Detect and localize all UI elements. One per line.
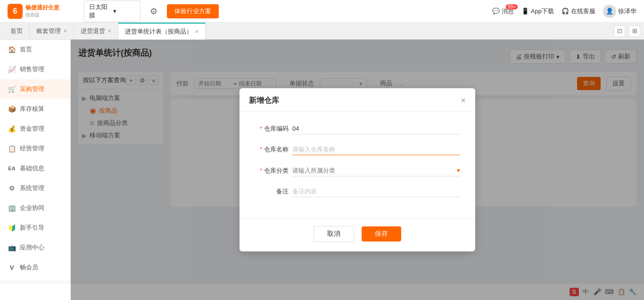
logo-text: 畅捷通好生意 情易版 — [25, 4, 59, 18]
warehouse-name-row: * 仓库名称 — [255, 144, 460, 155]
category-label: * 仓库分类 — [255, 167, 292, 175]
store-selector[interactable]: 日太阳膜 ▾ — [84, 0, 140, 22]
sidebar-item-finance[interactable]: 💰 资金管理 — [0, 119, 70, 139]
purchase-icon: 🛒 — [8, 85, 16, 93]
modal-close-button[interactable]: × — [461, 96, 466, 106]
warehouse-code-input[interactable] — [292, 123, 460, 134]
sidebar-item-guide[interactable]: 🔰 新手引导 — [0, 218, 70, 238]
sidebar: 🏠 首页 📈 销售管理 🛒 采购管理 📦 库存核算 💰 资金管理 📋 经营管理 … — [0, 40, 71, 300]
warehouse-code-row: * 仓库编码 — [255, 123, 460, 134]
main-layout: 🏠 首页 📈 销售管理 🛒 采购管理 📦 库存核算 💰 资金管理 📋 经营管理 … — [0, 40, 644, 300]
message-button[interactable]: 💬 消息 99+ — [492, 7, 514, 16]
content-area: 进货单统计(按商品) 🖨 按模板打印 ▾ ⬇ 导出 ↺ 刷新 — [71, 40, 644, 300]
warehouse-note-input[interactable] — [292, 186, 460, 197]
sidebar-item-basic-info[interactable]: EA 基础信息 — [0, 158, 70, 178]
sidebar-item-sales[interactable]: 📈 销售管理 — [0, 59, 70, 79]
enterprise-icon: 🏢 — [8, 204, 16, 212]
settings-button[interactable]: ⚙ — [146, 4, 161, 19]
note-label: 备注 — [255, 187, 292, 196]
message-icon: 💬 — [492, 8, 500, 15]
tab-home[interactable]: 首页 — [4, 23, 30, 40]
cancel-button[interactable]: 取消 — [314, 226, 354, 242]
warehouse-name-input[interactable] — [292, 144, 460, 155]
close-tab-accounts[interactable]: × — [64, 28, 67, 34]
try-industry-button[interactable]: 体验行业方案 — [167, 4, 219, 18]
tab-purchase-return[interactable]: 进货退货 × — [74, 23, 118, 40]
sales-icon: 📈 — [8, 65, 16, 74]
sidebar-item-app-center[interactable]: 📺 应用中心 — [0, 238, 70, 258]
guide-icon: 🔰 — [8, 224, 16, 232]
close-tab-purchase-stats[interactable]: × — [195, 28, 198, 35]
close-tab-purchase-return[interactable]: × — [108, 28, 111, 34]
app-logo-icon: 6 — [8, 4, 23, 19]
sidebar-item-inventory[interactable]: 📦 库存核算 — [0, 99, 70, 119]
chevron-down-icon: ▾ — [113, 8, 135, 15]
avatar: 👤 — [603, 5, 616, 18]
sidebar-item-operations[interactable]: 📋 经营管理 — [0, 139, 70, 158]
modal-footer: 取消 保存 — [239, 218, 475, 251]
basic-info-icon: EA — [8, 164, 16, 173]
tab-purchase-stats[interactable]: 进货单统计表（按商品） × — [118, 23, 206, 40]
modal-body: * 仓库编码 * 仓库名称 — [239, 112, 475, 218]
sidebar-item-enterprise[interactable]: 🏢 企业协同 — [0, 198, 70, 218]
sidebar-item-purchase[interactable]: 🛒 采购管理 — [0, 79, 70, 99]
tab-accounts[interactable]: 账套管理 × — [30, 23, 74, 40]
member-icon: V — [8, 263, 16, 272]
sidebar-item-home[interactable]: 🏠 首页 — [0, 40, 70, 59]
category-select[interactable]: ▾ — [292, 165, 460, 176]
app-download-button[interactable]: 📱 App下载 — [521, 7, 554, 16]
finance-icon: 💰 — [8, 125, 16, 133]
mobile-icon: 📱 — [521, 8, 529, 15]
warehouse-category-row: * 仓库分类 ▾ — [255, 165, 460, 176]
modal-overlay: 新增仓库 × * 仓库编码 * — [71, 40, 644, 300]
system-icon: ⚙ — [8, 184, 16, 192]
tab-expand-button[interactable]: ⊞ — [629, 25, 640, 37]
online-service-button[interactable]: 🎧 在线客服 — [561, 7, 595, 16]
home-icon: 🏠 — [8, 45, 16, 54]
new-warehouse-modal: 新增仓库 × * 仓库编码 * — [239, 88, 475, 251]
category-chevron-icon: ▾ — [457, 167, 460, 174]
modal-title: 新增仓库 — [249, 96, 279, 106]
user-profile-button[interactable]: 👤 徐泽华 — [603, 5, 636, 18]
category-input[interactable] — [292, 167, 457, 174]
operations-icon: 📋 — [8, 144, 16, 153]
code-label: * 仓库编码 — [255, 125, 292, 133]
sidebar-item-system[interactable]: ⚙ 系统管理 — [0, 178, 70, 198]
inventory-icon: 📦 — [8, 105, 16, 113]
logo-area: 6 畅捷通好生意 情易版 — [8, 4, 78, 19]
sidebar-item-member[interactable]: V 畅会员 — [0, 258, 70, 277]
tab-bar: 首页 账套管理 × 进货退货 × 进货单统计表（按商品） × ⊡ ⊞ — [0, 23, 644, 40]
headset-icon: 🎧 — [561, 8, 569, 15]
top-header: 6 畅捷通好生意 情易版 日太阳膜 ▾ ⚙ 体验行业方案 💬 消息 99+ 📱 … — [0, 0, 644, 23]
save-button[interactable]: 保存 — [362, 226, 401, 242]
header-right: 💬 消息 99+ 📱 App下载 🎧 在线客服 👤 徐泽华 — [492, 5, 636, 18]
name-label: * 仓库名称 — [255, 145, 292, 154]
tab-restore-button[interactable]: ⊡ — [614, 25, 625, 37]
tab-controls: ⊡ ⊞ — [614, 25, 640, 37]
modal-header: 新增仓库 × — [239, 88, 475, 112]
warehouse-note-row: 备注 — [255, 186, 460, 197]
app-center-icon: 📺 — [8, 243, 16, 252]
